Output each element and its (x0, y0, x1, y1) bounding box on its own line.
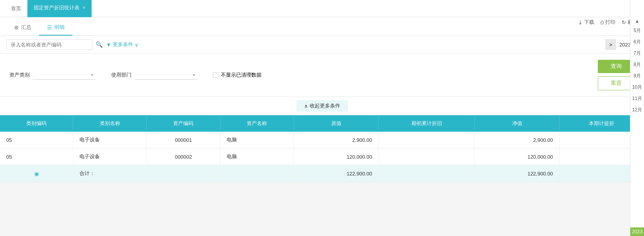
no-cleared-label: 不显示已清理数据 (221, 72, 262, 79)
department-select[interactable] (135, 70, 197, 80)
table-row: 05 电子设备 000002 电脑 120,000.00 120,000.00 (0, 148, 644, 165)
total-net-value: 122,900.00 (474, 165, 559, 182)
cell-accum-dep (379, 148, 474, 165)
print-icon: ⎙ (601, 20, 604, 25)
search-input[interactable] (6, 39, 92, 50)
total-label: 合计： (73, 165, 220, 182)
department-label: 使用部门 (111, 72, 132, 79)
cell-asset-code: 000002 (147, 148, 220, 165)
cell-original: 2,900.00 (294, 132, 379, 148)
total-original: 122,900.00 (294, 165, 379, 182)
col-asset-name: 资产名称 (220, 115, 294, 132)
query-buttons: 查询 重置 (598, 60, 635, 90)
summary-icon: ⊛ (14, 24, 19, 30)
advanced-filter: 资产类别 使用部门 (0, 54, 644, 97)
sidebar-month-item[interactable]: 5月 (631, 25, 644, 36)
collapse-panel-arrow[interactable]: > (605, 39, 616, 50)
tab-label: 固定资产折旧统计表 (34, 4, 79, 11)
total-icon-cell: ▣ (0, 165, 73, 182)
print-button[interactable]: ⎙ 打印 (601, 19, 615, 26)
filter-row: 资产类别 使用部门 (9, 60, 635, 90)
refresh-icon: ↻ (622, 20, 626, 25)
reset-button[interactable]: 重置 (598, 76, 635, 90)
col-asset-code: 资产编码 (147, 115, 220, 132)
asset-category-select[interactable] (33, 70, 96, 80)
asset-category-field: 资产类别 (9, 70, 96, 80)
cell-asset-name: 电脑 (220, 148, 294, 165)
active-tab[interactable]: 固定资产折旧统计表 × (27, 0, 92, 17)
toolbar: ⤓ 下载 ⎙ 打印 ↻ 刷新 (578, 19, 638, 26)
cell-net-value: 120,000.00 (474, 148, 559, 165)
home-nav[interactable]: 首页 (6, 5, 26, 12)
asset-category-select-wrap (33, 70, 96, 80)
asset-category-label: 资产类别 (9, 72, 30, 79)
data-table: 类别编码 类别名称 资产编码 资产名称 原值 期初累计折旧 净值 本期计提折 0… (0, 115, 644, 182)
sidebar-month-item[interactable]: 11月 (631, 93, 644, 104)
tab-summary[interactable]: ⊛ 汇总 (6, 20, 39, 36)
col-original: 原值 (294, 115, 379, 132)
department-select-wrap (135, 70, 197, 80)
collapse-button[interactable]: ∧ 收起更多条件 (296, 100, 348, 112)
total-spacer (220, 165, 294, 182)
tab-detail[interactable]: ☰ 明细 (39, 20, 72, 36)
filter-bar: 🔍 ▼ 更多条件 ∨ > 2023.01 (0, 36, 644, 54)
cell-cat-name: 电子设备 (73, 148, 147, 165)
table-body: 05 电子设备 000001 电脑 2,900.00 2,900.00 05 电… (0, 132, 644, 182)
collapse-bar: ∧ 收起更多条件 (0, 97, 644, 115)
sidebar-month-item[interactable]: 7月 (631, 48, 644, 59)
download-button[interactable]: ⤓ 下载 (578, 19, 594, 26)
top-navigation: 首页 固定资产折旧统计表 × × (0, 0, 644, 17)
cell-cat-code: 05 (0, 148, 73, 165)
year-label: 2023 (630, 227, 644, 236)
download-icon: ⤓ (578, 20, 583, 25)
col-net-value: 净值 (474, 115, 559, 132)
collapse-label: 收起更多条件 (310, 102, 340, 109)
sidebar-month-item[interactable]: 8月 (631, 59, 644, 70)
tab-detail-label: 明细 (54, 24, 65, 31)
table-header: 类别编码 类别名称 资产编码 资产名称 原值 期初累计折旧 净值 本期计提折 (0, 115, 644, 132)
total-accum-dep (379, 165, 474, 182)
data-table-container: 类别编码 类别名称 资产编码 资产名称 原值 期初累计折旧 净值 本期计提折 0… (0, 115, 644, 182)
cell-asset-code: 000001 (147, 132, 220, 148)
download-label: 下载 (584, 19, 594, 26)
tab-close-icon[interactable]: × (83, 5, 85, 11)
col-cat-name: 类别名称 (73, 115, 147, 132)
sidebar-up-button[interactable]: ▲ (632, 17, 643, 25)
more-filter-button[interactable]: ▼ 更多条件 ∨ (106, 41, 139, 48)
table-row: 05 电子设备 000001 电脑 2,900.00 2,900.00 (0, 132, 644, 148)
right-sidebar: ▲ 5月6月7月8月9月10月11月12月 2023 (630, 17, 644, 236)
cell-cat-code: 05 (0, 132, 73, 148)
sidebar-month-item[interactable]: 12月 (631, 104, 644, 116)
cell-net-value: 2,900.00 (474, 132, 559, 148)
cell-asset-name: 电脑 (220, 132, 294, 148)
sidebar-month-item[interactable]: 10月 (631, 82, 644, 93)
sidebar-month-item[interactable]: 6月 (631, 36, 644, 48)
chevron-down-icon: ∨ (135, 42, 139, 48)
collapse-up-icon: ∧ (304, 103, 308, 109)
main-layout: ⊛ 汇总 ☰ 明细 ⤓ 下载 ⎙ 打印 ↻ 刷新 (0, 17, 644, 236)
sidebar-month-item[interactable]: 9月 (631, 70, 644, 82)
more-filter-label: 更多条件 (113, 41, 133, 48)
arrow-right-icon: > (609, 42, 612, 48)
query-button[interactable]: 查询 (598, 60, 635, 73)
search-icon[interactable]: 🔍 (96, 41, 103, 48)
cell-original: 120,000.00 (294, 148, 379, 165)
print-label: 打印 (605, 19, 615, 26)
no-cleared-checkbox[interactable] (213, 72, 218, 78)
detail-icon: ☰ (47, 24, 52, 30)
sub-tabs-bar: ⊛ 汇总 ☰ 明细 ⤓ 下载 ⎙ 打印 ↻ 刷新 (0, 17, 644, 36)
cell-accum-dep (379, 132, 474, 148)
table-total-row: ▣ 合计： 122,900.00 122,900.00 (0, 165, 644, 182)
main-content: ⊛ 汇总 ☰ 明细 ⤓ 下载 ⎙ 打印 ↻ 刷新 (0, 17, 644, 236)
month-list: 5月6月7月8月9月10月11月12月 (631, 25, 644, 116)
no-cleared-checkbox-field[interactable]: 不显示已清理数据 (213, 72, 262, 79)
col-accum-dep: 期初累计折旧 (379, 115, 474, 132)
department-field: 使用部门 (111, 70, 197, 80)
col-cat-code: 类别编码 (0, 115, 73, 132)
tab-summary-label: 汇总 (21, 24, 31, 31)
cell-cat-name: 电子设备 (73, 132, 147, 148)
filter-icon: ▼ (106, 42, 111, 48)
